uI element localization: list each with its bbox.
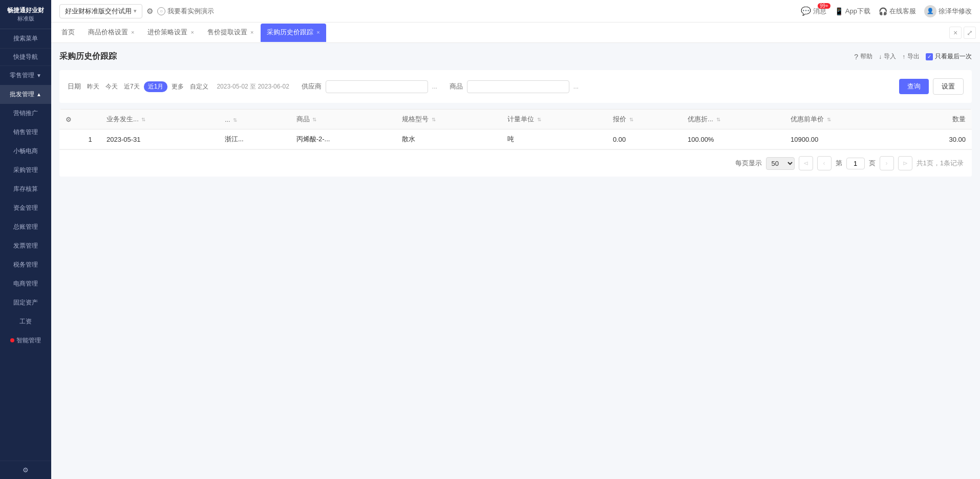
content-area: 采购历史价跟踪 ? 帮助 ↓ 导入 ↑ 导出 ✓ 只看最后一次 <box>51 43 980 479</box>
sidebar-quicknav-label: 快捷导航 <box>4 53 47 61</box>
sidebar-item-purchase[interactable]: 采购管理 <box>0 161 51 180</box>
th-spec[interactable]: 规格型号 ⇅ <box>396 110 501 129</box>
user-name: 徐泽华修改 <box>939 7 972 16</box>
date-opt-last1m[interactable]: 近1月 <box>144 81 168 92</box>
date-opt-last7[interactable]: 近7天 <box>122 81 142 92</box>
app-name: 畅捷通好业财 <box>4 6 47 15</box>
export-button[interactable]: ↑ 导出 <box>902 52 920 61</box>
th-quantity[interactable]: 数量 <box>905 110 972 129</box>
sidebar-item-finance[interactable]: 资金管理 <box>0 199 51 217</box>
close-icon[interactable]: × <box>250 29 253 35</box>
sidebar-item-tax[interactable]: 税务管理 <box>0 255 51 274</box>
close-tab-button[interactable]: × <box>949 27 962 39</box>
sidebar-gear-button[interactable]: ⚙ <box>0 461 51 479</box>
sidebar-item-invoice[interactable]: 发票管理 <box>0 236 51 255</box>
th-col3[interactable]: ... ⇅ <box>219 110 290 129</box>
supplier-input[interactable] <box>326 80 428 93</box>
sidebar-item-assets[interactable]: 固定资产 <box>0 293 51 312</box>
prev-page-button[interactable]: ‹ <box>817 156 832 170</box>
th-date[interactable]: 业务发生... ⇅ <box>100 110 219 129</box>
sidebar-item-accounting[interactable]: 总账管理 <box>0 217 51 236</box>
help-button[interactable]: ? 帮助 <box>854 52 872 61</box>
smart-red-dot <box>10 338 14 342</box>
tab-purchase-strategy[interactable]: 进价策略设置 × <box>141 24 200 42</box>
online-service-button[interactable]: 🎧 在线客服 <box>879 7 916 16</box>
sidebar-item-ecommerce[interactable]: 电商管理 <box>0 274 51 293</box>
tab-purchase-history[interactable]: 采购历史价跟踪 × <box>261 24 326 42</box>
date-opt-today[interactable]: 今天 <box>103 81 120 92</box>
phone-icon: 📱 <box>835 7 843 15</box>
page-suffix: 页 <box>869 159 876 168</box>
th-product[interactable]: 商品 ⇅ <box>290 110 396 129</box>
sort-icon: ⇅ <box>716 117 720 122</box>
expand-tab-button[interactable]: ⤢ <box>964 27 976 39</box>
settings-icon[interactable]: ⚙ <box>146 7 153 16</box>
th-gear[interactable]: ⚙ <box>59 110 80 129</box>
messages-button[interactable]: 💬 消息 99+ <box>801 6 826 16</box>
version-select[interactable]: 好业财标准版交付试用 ▾ <box>59 4 142 18</box>
page-label: 第 <box>836 159 842 168</box>
sidebar-item-marketing[interactable]: 营销推广 <box>0 104 51 123</box>
th-discount[interactable]: 优惠折... ⇅ <box>681 110 784 129</box>
per-page-select[interactable]: 50 10 20 100 <box>766 157 795 170</box>
th-price[interactable]: 报价 ⇅ <box>607 110 681 129</box>
tab-purchase-strategy-label: 进价策略设置 <box>147 28 187 37</box>
query-button[interactable]: 查询 <box>899 79 929 94</box>
sort-icon: ⇅ <box>233 117 237 123</box>
tab-home[interactable]: 首页 <box>55 24 81 42</box>
sidebar-item-retail[interactable]: 零售管理 ▼ <box>0 66 51 85</box>
demo-button[interactable]: ○ 我要看实例演示 <box>157 7 214 16</box>
online-service-label: 在线客服 <box>889 7 916 16</box>
next-page-button[interactable]: › <box>880 156 894 170</box>
import-button[interactable]: ↓ 导入 <box>879 52 896 61</box>
app-download-button[interactable]: 📱 App下载 <box>835 7 870 16</box>
import-icon: ↓ <box>879 53 882 60</box>
only-last-checkbox-label[interactable]: ✓ 只看最后一次 <box>926 52 972 61</box>
sidebar-quicknav[interactable]: 快捷导航 <box>0 49 51 66</box>
date-filter-label: 日期 <box>68 82 81 91</box>
product-input[interactable] <box>467 80 569 93</box>
sidebar-item-inventory-label: 库存核算 <box>13 185 38 193</box>
date-opt-more[interactable]: 更多 <box>169 81 186 92</box>
sidebar-item-ecommerce-small[interactable]: 小畅电商 <box>0 142 51 161</box>
sidebar-logo: 畅捷通好业财 标准版 <box>0 0 51 29</box>
sidebar-item-smart[interactable]: 智能管理 <box>0 331 51 350</box>
export-icon: ↑ <box>902 53 905 60</box>
sidebar-item-ecommerce-small-label: 小畅电商 <box>13 147 38 156</box>
td-index: 1 <box>80 129 100 149</box>
td-date: 2023-05-31 <box>100 129 219 149</box>
user-menu[interactable]: 👤 徐泽华修改 <box>924 5 972 17</box>
tab-sale-price[interactable]: 售价提取设置 × <box>201 24 260 42</box>
gear-icon: ⚙ <box>66 116 72 123</box>
table-header-row: ⚙ 业务发生... ⇅ ... ⇅ 商品 ⇅ <box>59 110 972 129</box>
sidebar-item-wholesale[interactable]: 批发管理 ▲ <box>0 85 51 104</box>
page-header-actions: ? 帮助 ↓ 导入 ↑ 导出 ✓ 只看最后一次 <box>854 52 972 61</box>
sidebar-item-payroll[interactable]: 工资 <box>0 312 51 331</box>
th-unit[interactable]: 计量单位 ⇅ <box>501 110 607 129</box>
total-info: 共1页，1条记录 <box>917 159 964 168</box>
close-icon[interactable]: × <box>131 29 134 35</box>
close-icon[interactable]: × <box>190 29 194 35</box>
td-spec: 散水 <box>396 129 501 149</box>
date-opt-custom[interactable]: 自定义 <box>188 81 210 92</box>
chevron-down-icon: ▼ <box>36 73 41 78</box>
filter-date: 日期 昨天 今天 近7天 近1月 更多 自定义 2023-05-02 至 202… <box>68 81 289 92</box>
supplier-more-button[interactable]: ... <box>432 83 437 90</box>
filter-settings-button[interactable]: 设置 <box>933 78 964 95</box>
th-pre-discount-price[interactable]: 优惠前单价 ⇅ <box>784 110 905 129</box>
sidebar-item-sales[interactable]: 销售管理 <box>0 123 51 142</box>
td-price: 0.00 <box>607 129 681 149</box>
sidebar-item-smart-label: 智能管理 <box>16 336 41 345</box>
product-more-button[interactable]: ... <box>573 83 579 90</box>
tab-price[interactable]: 商品价格设置 × <box>82 24 140 42</box>
sidebar-search[interactable]: 搜索菜单 <box>0 29 51 49</box>
last-page-button[interactable]: ⊳ <box>898 156 912 170</box>
sidebar-item-inventory[interactable]: 库存核算 <box>0 180 51 199</box>
first-page-button[interactable]: ⊲ <box>799 156 813 170</box>
page-input[interactable] <box>846 158 865 169</box>
close-icon[interactable]: × <box>316 29 319 35</box>
date-opt-yesterday[interactable]: 昨天 <box>85 81 101 92</box>
message-icon: 💬 <box>801 6 811 16</box>
td-pre-discount-price: 10900.00 <box>784 129 905 149</box>
th-index <box>80 110 100 129</box>
